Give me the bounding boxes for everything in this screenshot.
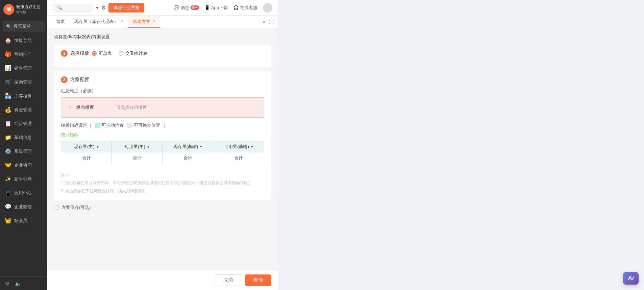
query-button[interactable]: 查询 bbox=[245, 274, 271, 286]
dimension-label: 汇总维度（必选） bbox=[61, 88, 264, 94]
sidebar-item-apps[interactable]: 📱 应用中心 bbox=[0, 186, 47, 200]
tab-new-plan[interactable]: 新建方案 ✕ bbox=[128, 16, 160, 28]
legend-draggable: 可拖动位置 bbox=[95, 122, 124, 128]
radio-cross-circle bbox=[119, 51, 123, 56]
sidebar-item-inventory[interactable]: 🏪 库存核算 bbox=[0, 89, 47, 103]
sidebar-item-label: 新手引导 bbox=[14, 176, 32, 182]
tab-new-plan-close[interactable]: ✕ bbox=[152, 19, 155, 24]
tab-inventory-status[interactable]: 现存量（库存状况表） ✕ bbox=[70, 16, 128, 28]
sidebar-footer: ⚙ 🔈 bbox=[0, 276, 47, 290]
basic-icon: 📁 bbox=[5, 134, 11, 141]
draggable-legend-box bbox=[95, 123, 100, 128]
sidebar-item-basic[interactable]: 📁 基础信息 bbox=[0, 130, 47, 144]
ai-badge[interactable]: Ai bbox=[623, 272, 639, 285]
sidebar-item-purchase[interactable]: 🛒 采购管理 bbox=[0, 75, 47, 89]
save-label: 方案保存(可选) bbox=[61, 204, 91, 211]
indicator-legend-close: ） bbox=[164, 122, 168, 128]
marketing-icon: 🎁 bbox=[5, 51, 11, 57]
tabs-actions: ✕ ⛶ bbox=[262, 19, 274, 25]
dimension-area[interactable]: * 纵向维度 —— 请选择分组维度 bbox=[61, 97, 264, 118]
not-draggable-legend-label: 不可拖动位置 bbox=[134, 122, 160, 128]
sidebar-item-cooperation[interactable]: 🤝 企业协同 bbox=[0, 158, 47, 172]
sidebar-item-label: 营销推广 bbox=[14, 51, 32, 57]
col-existing-main-dropdown[interactable]: ▾ bbox=[97, 144, 99, 149]
sidebar-item-label: 企业协同 bbox=[14, 162, 32, 168]
sidebar-item-label: 系统管理 bbox=[14, 148, 32, 154]
topbar-left: 🔍 ▾ ⚙ 体验行业方案 bbox=[53, 3, 170, 13]
not-draggable-legend-box bbox=[127, 123, 132, 128]
indicator-settings: 模板指标设定（ 可拖动位置 不可拖动位置 ） bbox=[61, 122, 264, 128]
radio-summary-circle bbox=[92, 51, 97, 56]
sidebar-item-business[interactable]: 📋 经营管理 bbox=[0, 117, 47, 130]
tab-home-label: 首页 bbox=[56, 19, 65, 25]
search-label: 搜索菜单 bbox=[14, 23, 31, 29]
stats-table: 现存量(主) ▾ 可用量(主) ▾ 现存量(基辅) ▾ bbox=[61, 141, 264, 164]
col-available-main[interactable]: 可用量(主) ▾ bbox=[112, 141, 163, 152]
stats-table-header: 现存量(主) ▾ 可用量(主) ▾ 现存量(基辅) ▾ bbox=[61, 141, 264, 152]
customer-service-btn[interactable]: 🎧 在线客服 bbox=[233, 5, 257, 11]
sidebar-item-finance[interactable]: 💰 资金管理 bbox=[0, 103, 47, 117]
save-checkbox[interactable] bbox=[54, 205, 59, 210]
user-avatar[interactable] bbox=[263, 3, 272, 13]
headphone-icon: 🎧 bbox=[233, 5, 239, 10]
page-title: 现存量(库存状况表)方案设置 bbox=[54, 34, 271, 40]
col-available-aux-dropdown[interactable]: ▾ bbox=[251, 144, 253, 149]
topbar-dropdown-icon[interactable]: ▾ bbox=[96, 5, 98, 10]
trial-btn[interactable]: 体验行业方案 bbox=[108, 3, 144, 13]
dimension-separator: —— bbox=[101, 105, 109, 110]
sidebar-item-system[interactable]: ⚙️ 系统管理 bbox=[0, 144, 47, 158]
guide-icon: ✨ bbox=[5, 176, 11, 182]
tab-expand-icon[interactable]: ⛶ bbox=[269, 19, 274, 25]
sidebar-item-sales[interactable]: 📊 销售管理 bbox=[0, 61, 47, 75]
finance-icon: 💰 bbox=[5, 106, 11, 113]
content-area: 现存量(库存状况表)方案设置 1 选择模板 汇总表 bbox=[47, 28, 278, 270]
settings-footer-icon[interactable]: ⚙ bbox=[5, 280, 9, 287]
tips-title: 提示： bbox=[61, 171, 264, 179]
topbar: 🔍 ▾ ⚙ 体验行业方案 💬 消息 99+ 📱 App下载 🎧 bbox=[47, 0, 278, 16]
sidebar-item-label: 采购管理 bbox=[14, 79, 32, 85]
purchase-icon: 🛒 bbox=[5, 79, 11, 85]
sidebar-item-quick-nav[interactable]: 🏠 快捷导航 bbox=[0, 33, 47, 47]
radio-cross[interactable]: 交叉统计表 bbox=[119, 50, 147, 56]
tabs-bar: 首页 现存量（库存状况表） ✕ 新建方案 ✕ ✕ ⛶ bbox=[47, 16, 278, 28]
sidebar-search[interactable]: 🔍 搜索菜单 bbox=[3, 21, 45, 32]
tab-close-all-icon[interactable]: ✕ bbox=[262, 19, 266, 25]
radio-cross-label: 交叉统计表 bbox=[125, 50, 147, 56]
cell-existing-aux: 合计 bbox=[163, 152, 213, 164]
col-existing-aux[interactable]: 现存量(基辅) ▾ bbox=[163, 141, 213, 152]
col-existing-main[interactable]: 现存量(主) ▾ bbox=[61, 141, 112, 152]
wechat-icon: 💬 bbox=[5, 203, 11, 210]
topbar-gear-icon[interactable]: ⚙ bbox=[101, 4, 106, 11]
app-icon: 畅 bbox=[3, 4, 14, 15]
cooperation-icon: 🤝 bbox=[5, 162, 11, 168]
sidebar-item-marketing[interactable]: 🎁 营销推广 bbox=[0, 47, 47, 61]
sidebar-item-label: 销售管理 bbox=[14, 65, 32, 71]
col-existing-aux-dropdown[interactable]: ▾ bbox=[200, 144, 202, 149]
col-available-aux[interactable]: 可用量(基辅) ▾ bbox=[213, 141, 264, 152]
customer-service-label: 在线客服 bbox=[240, 5, 257, 11]
tab-home[interactable]: 首页 bbox=[51, 16, 70, 28]
tip-1: 1.拖动标题栏可以调整布局，不可跨维度或指标区域拖动栏目字段(只能在同一维度或指… bbox=[61, 179, 264, 187]
app-download-btn[interactable]: 📱 App下载 bbox=[204, 5, 228, 11]
message-icon: 💬 bbox=[174, 5, 179, 10]
radio-summary[interactable]: 汇总表 bbox=[92, 50, 112, 56]
template-radio-group: 汇总表 交叉统计表 bbox=[92, 50, 147, 56]
sidebar-item-member[interactable]: 👑 畅会员 bbox=[0, 214, 47, 227]
col-available-main-dropdown[interactable]: ▾ bbox=[147, 144, 149, 149]
inventory-icon: 🏪 bbox=[5, 93, 11, 99]
step1-badge: 1 bbox=[61, 50, 68, 57]
quick-nav-icon: 🏠 bbox=[5, 37, 11, 44]
sidebar: 畅 畅康通好生意 标准版 🔍 搜索菜单 🏠 快捷导航 🎁 营销推广 📊 销售管理 bbox=[0, 0, 47, 290]
tab-inventory-close[interactable]: ✕ bbox=[120, 19, 123, 24]
section-plan-config: 2 方案配置 汇总维度（必选） * 纵向维度 —— 请选择分组维度 模板指 bbox=[54, 71, 271, 200]
sales-icon: 📊 bbox=[5, 65, 11, 71]
app-name: 畅康通好生意 bbox=[16, 4, 41, 10]
cancel-button[interactable]: 取消 bbox=[215, 274, 241, 286]
speaker-footer-icon[interactable]: 🔈 bbox=[15, 280, 22, 287]
message-btn[interactable]: 💬 消息 99+ bbox=[174, 5, 199, 11]
sidebar-item-wechat[interactable]: 💬 企业微信 bbox=[0, 200, 47, 214]
col-existing-aux-label: 现存量(基辅) bbox=[173, 144, 198, 150]
sidebar-item-guide[interactable]: ✨ 新手引导 bbox=[0, 172, 47, 186]
topbar-search-box[interactable]: 🔍 bbox=[53, 4, 93, 12]
cell-available-main: 合计 bbox=[112, 152, 163, 164]
